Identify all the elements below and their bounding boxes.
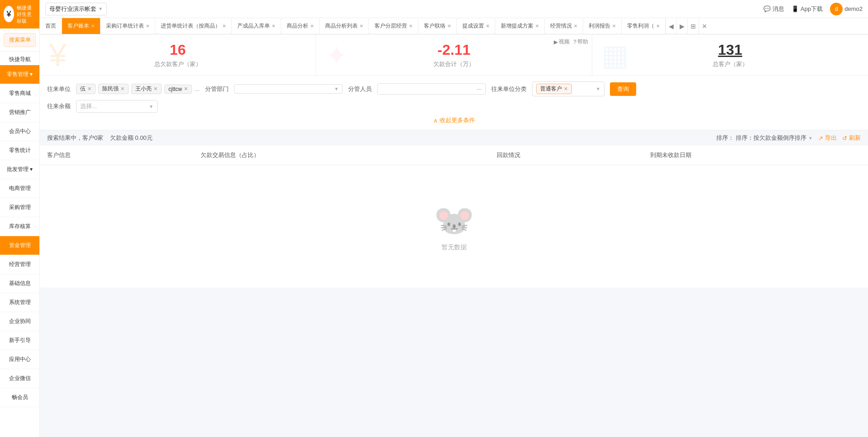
close-tag-e-icon[interactable]: ✕ — [87, 86, 91, 92]
tab-close-operations-status[interactable]: ✕ — [574, 24, 577, 28]
topbar: 母婴行业演示帐套 ▼ 💬 消息 📱 App下载 d demo2 — [40, 0, 868, 18]
tab-profit-report[interactable]: 利润报告 ✕ — [583, 18, 622, 34]
sort-select[interactable]: 排序： 排序：按欠款金额倒序排序 ▼ — [716, 134, 813, 142]
filter-tag-e[interactable]: 伍 ✕ — [76, 84, 96, 94]
category-filter-select[interactable]: 普通客户 ✕ ▼ — [532, 81, 604, 96]
tab-goods-stat[interactable]: 进货单统计表（按商品） ✕ — [155, 18, 232, 34]
tab-nav-menu[interactable]: ⊞ — [687, 18, 699, 34]
export-button[interactable]: ↗ 导出 — [818, 134, 837, 142]
sidebar-item-app-center[interactable]: 应用中心 — [0, 350, 39, 369]
collapse-more-conditions-button[interactable]: ∧ 收起更多条件 — [433, 116, 475, 124]
tab-retail-profit[interactable]: 零售利润（ ✕ — [622, 18, 666, 34]
question-icon: ? — [573, 39, 576, 45]
filter-tag-normal[interactable]: 普通客户 ✕ — [536, 84, 572, 94]
sidebar-item-basic-info[interactable]: 基础信息 — [0, 274, 39, 293]
close-tag-normal-icon[interactable]: ✕ — [564, 86, 568, 92]
sidebar-item-ecommerce[interactable]: 电商管理 — [0, 179, 39, 198]
tab-close-purchase-order[interactable]: ✕ — [146, 24, 149, 28]
balance-filter-label: 往来余额 — [47, 102, 71, 110]
sidebar-item-vip-member[interactable]: 畅会员 — [0, 388, 39, 407]
stats-bar: ¥ 16 总欠款客户（家） ✦ -2.11 欠款合计（万） ▶ 视频 ? 帮助 — [40, 34, 868, 76]
app-download-button[interactable]: 📱 App下载 — [791, 5, 823, 13]
person-filter-select[interactable]: ··· — [377, 83, 486, 95]
sidebar-item-system[interactable]: 系统管理 — [0, 293, 39, 312]
search-menu-button[interactable]: 搜索菜单 — [4, 33, 36, 47]
selector-chevron-icon: ▼ — [98, 6, 103, 11]
filter-tag-wangxiaokou[interactable]: 王小亮 ✕ — [131, 84, 162, 94]
th-repayment: 回款情况 — [489, 146, 643, 165]
tab-goods-analysis[interactable]: 商品分析 ✕ — [281, 18, 320, 34]
person-more-icon[interactable]: ··· — [477, 86, 482, 92]
category-tags: 普通客户 ✕ — [536, 84, 572, 94]
chevron-up-icon: ∧ — [433, 117, 438, 124]
tab-add-raise-plan[interactable]: 新增提成方案 ✕ — [495, 18, 545, 34]
refresh-button[interactable]: ↺ 刷新 — [842, 134, 861, 142]
tab-raise-setting[interactable]: 提成设置 ✕ — [457, 18, 495, 34]
sidebar-item-enterprise[interactable]: 企业协同 — [0, 312, 39, 331]
tab-goods-analysis-list[interactable]: 商品分析列表 ✕ — [320, 18, 369, 34]
stat-overdue-customers: ¥ 16 总欠款客户（家） — [40, 34, 316, 76]
tab-customer-capital[interactable]: 客户账本 ✕ — [62, 18, 101, 34]
account-selector[interactable]: 母婴行业演示帐套 ▼ — [45, 3, 107, 15]
sidebar-item-retail-mall[interactable]: 零售商城 — [0, 84, 39, 103]
main-area: 母婴行业演示帐套 ▼ 💬 消息 📱 App下载 d demo2 首页 客户账本 — [40, 0, 868, 437]
filter-tag-cjttcw[interactable]: cjttcw ✕ — [164, 85, 192, 94]
tab-nav-prev[interactable]: ◀ — [666, 18, 676, 34]
table-body: 🐭 暂无数据 — [40, 165, 868, 288]
query-button[interactable]: 查询 — [610, 82, 636, 96]
unit-filter-tags: 伍 ✕ 陈民强 ✕ 王小亮 ✕ cjttcw ✕ ... — [76, 84, 200, 94]
sidebar-item-purchase[interactable]: 采购管理 — [0, 198, 39, 217]
message-button[interactable]: 💬 消息 — [763, 5, 784, 13]
sidebar-item-corp-wechat[interactable]: 企业微信 — [0, 369, 39, 388]
sidebar-item-wholesale[interactable]: 批发管理 ▾ — [0, 160, 39, 179]
sidebar-item-retail-manage[interactable]: 零售管理 ▾ — [0, 65, 39, 84]
stat-total-customers: ▦ 131 总客户（家） — [592, 34, 868, 76]
video-help-button[interactable]: ▶ 视频 — [554, 38, 570, 46]
stat-overdue-amount: ✦ -2.11 欠款合计（万） ▶ 视频 ? 帮助 — [316, 34, 592, 76]
tab-close-produce-inbound[interactable]: ✕ — [272, 24, 275, 28]
tab-close-goods-analysis[interactable]: ✕ — [310, 24, 314, 28]
sidebar-item-operations[interactable]: 经营管理 — [0, 255, 39, 274]
tab-home[interactable]: 首页 — [40, 18, 62, 34]
tab-close-raise-setting[interactable]: ✕ — [486, 24, 489, 28]
tab-close-add-raise-plan[interactable]: ✕ — [535, 24, 539, 28]
tab-close-customer-capital[interactable]: ✕ — [91, 24, 95, 28]
tab-nav-next[interactable]: ▶ — [676, 18, 687, 34]
topbar-left: 母婴行业演示帐套 ▼ — [45, 3, 107, 15]
dept-chevron-icon: ▼ — [334, 86, 339, 91]
overdue-customers-value: 16 — [170, 42, 186, 58]
tab-operations-status[interactable]: 经营情况 ✕ — [545, 18, 583, 34]
tab-close-goods-analysis-list[interactable]: ✕ — [360, 24, 363, 28]
close-tag-chenminqiang-icon[interactable]: ✕ — [120, 86, 125, 92]
tab-close-all[interactable]: ✕ — [699, 18, 710, 34]
doc-help-button[interactable]: ? 帮助 — [573, 38, 588, 46]
refresh-icon: ↺ — [842, 135, 847, 142]
dept-filter-label: 分管部门 — [205, 85, 229, 93]
tab-customer-tier[interactable]: 客户分层经营 ✕ — [369, 18, 418, 34]
sidebar-item-finance[interactable]: 资金管理 — [0, 236, 39, 255]
sidebar-item-new-guide[interactable]: 新手引导 — [0, 331, 39, 350]
user-menu[interactable]: d demo2 — [830, 3, 863, 15]
close-tag-cjttcw-icon[interactable]: ✕ — [184, 86, 188, 92]
filter-more-tags[interactable]: ... — [195, 86, 200, 92]
balance-filter-select[interactable]: 选择... ▼ — [76, 100, 158, 113]
total-customers-value: 131 — [718, 42, 742, 58]
sidebar-item-member-center[interactable]: 会员中心 — [0, 122, 39, 141]
tab-close-retail-profit[interactable]: ✕ — [656, 24, 660, 28]
tab-close-profit-report[interactable]: ✕ — [612, 24, 616, 28]
quick-nav-item[interactable]: 快捷导航 — [0, 52, 39, 65]
sidebar-item-retail-stat[interactable]: 零售统计 — [0, 141, 39, 160]
tab-purchase-order-stat[interactable]: 采购订单统计表 ✕ — [101, 18, 155, 34]
person-filter-label: 分管人员 — [348, 85, 372, 93]
close-tag-wangxiaokou-icon[interactable]: ✕ — [153, 86, 158, 92]
sidebar-item-marketing[interactable]: 营销推广 — [0, 103, 39, 122]
tab-close-customer-tier[interactable]: ✕ — [409, 24, 412, 28]
sidebar-logo[interactable]: ¥ 畅捷通好生意 标版 — [0, 0, 39, 28]
filter-tag-chenminqiang[interactable]: 陈民强 ✕ — [98, 84, 129, 94]
tab-produce-inbound[interactable]: 产成品入库单 ✕ — [232, 18, 281, 34]
dept-filter-select[interactable]: ▼ — [234, 84, 343, 94]
tab-close-customer-connect[interactable]: ✕ — [447, 24, 451, 28]
sidebar-item-inventory[interactable]: 库存核算 — [0, 217, 39, 236]
tab-close-goods-stat[interactable]: ✕ — [222, 24, 226, 28]
tab-customer-connect[interactable]: 客户联络 ✕ — [418, 18, 457, 34]
